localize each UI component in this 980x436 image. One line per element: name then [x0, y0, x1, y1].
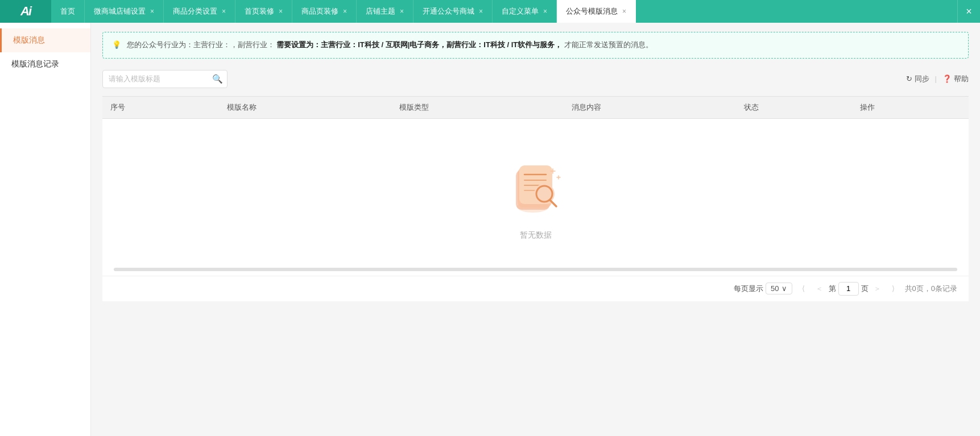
sidebar-item-template-msg-record[interactable]: 模版消息记录: [0, 52, 90, 76]
table-header-type: 模版类型: [391, 96, 564, 118]
help-label: 帮助: [954, 74, 969, 84]
tab-label: 店铺主题: [366, 6, 395, 16]
divider: |: [935, 74, 937, 83]
tab-label: 首页: [60, 6, 75, 16]
page-size-select: 每页显示 50 ∨: [734, 283, 792, 294]
tab-micro-shop[interactable]: 微商城店铺设置×: [85, 0, 164, 23]
tab-close-icon[interactable]: ×: [222, 8, 226, 15]
page-size-value: 50: [771, 284, 779, 293]
notice-icon: 💡: [112, 40, 121, 49]
sidebar: 模版消息模版消息记录: [0, 23, 91, 436]
help-icon: ❓: [942, 74, 952, 83]
notice-text-after: 才能正常发送预置的消息。: [564, 40, 653, 49]
table-header-status: 状态: [736, 96, 853, 118]
tab-open-mall[interactable]: 开通公众号商城×: [413, 0, 493, 23]
tab-label: 首页装修: [245, 6, 274, 16]
data-table: 序号模版名称模版类型消息内容状态操作: [102, 96, 969, 263]
page-label-after: 页: [861, 284, 869, 294]
next-page-button[interactable]: ＞: [871, 282, 884, 296]
close-all-button[interactable]: ×: [957, 0, 980, 23]
tab-custom-menu[interactable]: 自定义菜单×: [493, 0, 557, 23]
last-page-button[interactable]: ⟩: [887, 282, 900, 296]
tab-template-msg[interactable]: 公众号模版消息×: [557, 0, 636, 23]
sync-label: 同步: [915, 74, 929, 84]
tab-close-icon[interactable]: ×: [279, 8, 283, 15]
tab-label: 开通公众号商城: [423, 6, 474, 16]
page-nav: ⟨ ＜ 第 页 ＞ ⟩: [797, 282, 900, 296]
horizontal-scrollbar[interactable]: [114, 268, 957, 271]
search-input[interactable]: [102, 70, 228, 88]
empty-text: 暂无数据: [520, 230, 552, 240]
table-header: 序号模版名称模版类型消息内容状态操作: [102, 96, 969, 118]
notice-banner: 💡 您的公众号行业为：主营行业：，副营行业： 需要设置为：主营行业：IT科技 /…: [102, 32, 969, 59]
tab-label: 微商城店铺设置: [94, 6, 146, 16]
notice-text-highlight: 需要设置为：主营行业：IT科技 / 互联网|电子商务，副营行业：IT科技 / I…: [276, 40, 562, 49]
tab-close-icon[interactable]: ×: [150, 8, 154, 15]
tab-close-icon[interactable]: ×: [543, 8, 547, 15]
app-logo: Ai: [0, 0, 51, 23]
search-bar: 🔍 ↻ 同步 | ❓ 帮助: [102, 70, 969, 88]
table-header-row: 序号模版名称模版类型消息内容状态操作: [102, 96, 969, 118]
tab-home[interactable]: 首页: [51, 0, 85, 23]
tab-product-page[interactable]: 商品页装修×: [292, 0, 357, 23]
tabs-area: 首页微商城店铺设置×商品分类设置×首页装修×商品页装修×店铺主题×开通公众号商城…: [51, 0, 957, 23]
table-header-index: 序号: [102, 96, 219, 118]
table-header-action: 操作: [852, 96, 969, 118]
empty-row: 暂无数据: [102, 118, 969, 263]
sidebar-item-template-msg[interactable]: 模版消息: [0, 28, 90, 52]
tab-label: 公众号模版消息: [566, 6, 618, 16]
top-nav: Ai 首页微商城店铺设置×商品分类设置×首页装修×商品页装修×店铺主题×开通公众…: [0, 0, 980, 23]
search-input-wrap: 🔍: [102, 70, 228, 88]
tab-home-decor[interactable]: 首页装修×: [235, 0, 292, 23]
tab-close-icon[interactable]: ×: [479, 8, 483, 15]
page-size-label: 每页显示: [734, 284, 763, 294]
tab-label: 商品页装修: [301, 6, 338, 16]
sync-button[interactable]: ↻ 同步: [906, 74, 929, 84]
empty-illustration: [502, 153, 570, 221]
tab-close-icon[interactable]: ×: [400, 8, 404, 15]
tab-store-theme[interactable]: 店铺主题×: [357, 0, 413, 23]
notice-text-before: 您的公众号行业为：主营行业：，副营行业：: [127, 40, 275, 49]
scrollbar-area: [102, 263, 969, 276]
page-size-dropdown[interactable]: 50 ∨: [766, 283, 792, 294]
table-header-name: 模版名称: [219, 96, 391, 118]
tab-label: 自定义菜单: [502, 6, 539, 16]
page-label-before: 第: [829, 284, 836, 294]
tab-label: 商品分类设置: [173, 6, 217, 16]
chevron-down-icon: ∨: [781, 284, 787, 293]
prev-page-button[interactable]: ＜: [813, 282, 826, 296]
main-layout: 模版消息模版消息记录 💡 您的公众号行业为：主营行业：，副营行业： 需要设置为：…: [0, 23, 980, 436]
tab-close-icon[interactable]: ×: [343, 8, 347, 15]
sync-icon: ↻: [906, 74, 912, 83]
help-button[interactable]: ❓ 帮助: [942, 74, 969, 84]
tab-close-icon[interactable]: ×: [622, 8, 626, 15]
page-number-input[interactable]: [838, 282, 859, 296]
empty-state: 暂无数据: [102, 119, 969, 263]
table-container: 序号模版名称模版类型消息内容状态操作: [102, 96, 969, 276]
tab-product-category[interactable]: 商品分类设置×: [164, 0, 235, 23]
table-body: 暂无数据: [102, 118, 969, 263]
first-page-button[interactable]: ⟨: [797, 282, 811, 296]
toolbar-right: ↻ 同步 | ❓ 帮助: [906, 74, 969, 84]
search-button[interactable]: 🔍: [212, 74, 223, 84]
pagination-bar: 每页显示 50 ∨ ⟨ ＜ 第 页 ＞ ⟩ 共0页，0条记录: [102, 276, 969, 301]
total-info: 共0页，0条记录: [905, 284, 957, 294]
content-area: 💡 您的公众号行业为：主营行业：，副营行业： 需要设置为：主营行业：IT科技 /…: [91, 23, 980, 436]
table-header-content: 消息内容: [564, 96, 736, 118]
